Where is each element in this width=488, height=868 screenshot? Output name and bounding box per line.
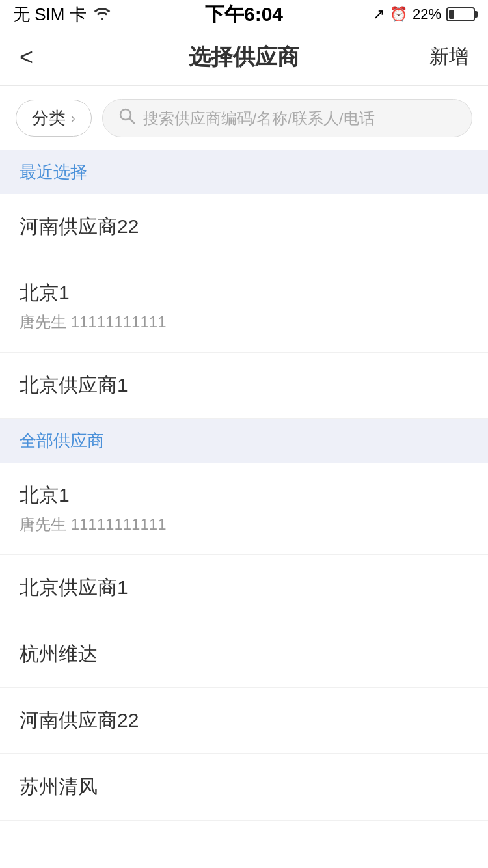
wifi-icon	[93, 5, 111, 25]
item-name: 河南供应商22	[20, 707, 468, 734]
battery-fill	[449, 10, 454, 19]
recent-section-header: 最近选择	[0, 150, 488, 194]
chevron-right-icon: ›	[71, 111, 75, 126]
search-placeholder: 搜索供应商编码/名称/联系人/电话	[143, 108, 375, 129]
filter-bar: 分类 › 搜索供应商编码/名称/联系人/电话	[0, 86, 488, 150]
item-name: 北京供应商1	[20, 372, 468, 399]
status-right: ↗ ⏰ 22%	[373, 6, 475, 23]
recent-items-list: 河南供应商22北京1唐先生 11111111111北京供应商1	[0, 194, 488, 419]
all-section-title: 全部供应商	[20, 431, 104, 450]
alarm-icon: ⏰	[390, 6, 407, 23]
all-section-header: 全部供应商	[0, 419, 488, 463]
item-name: 北京1	[20, 482, 468, 509]
svg-line-1	[129, 118, 134, 123]
category-filter-button[interactable]: 分类 ›	[16, 100, 92, 137]
status-bar: 无 SIM 卡 下午6:04 ↗ ⏰ 22%	[0, 0, 488, 29]
add-new-button[interactable]: 新增	[429, 44, 468, 70]
item-sub: 唐先生 11111111111	[20, 514, 468, 535]
time-display: 下午6:04	[205, 1, 283, 28]
back-button[interactable]: <	[20, 44, 59, 71]
list-item[interactable]: 北京1唐先生 11111111111	[0, 463, 488, 555]
item-name: 北京1	[20, 280, 468, 306]
battery-percentage: 22%	[413, 6, 441, 23]
item-name: 河南供应商22	[20, 213, 468, 240]
list-item[interactable]: 河南供应商22	[0, 194, 488, 260]
search-icon	[118, 107, 135, 129]
nav-bar: < 选择供应商 新增	[0, 29, 488, 86]
list-item[interactable]: 北京1唐先生 11111111111	[0, 260, 488, 353]
list-item[interactable]: 北京供应商1	[0, 555, 488, 621]
item-name: 杭州维达	[20, 641, 468, 668]
location-icon: ↗	[373, 6, 385, 23]
search-box[interactable]: 搜索供应商编码/名称/联系人/电话	[102, 99, 472, 137]
item-name: 北京供应商1	[20, 575, 468, 601]
item-name: 苏州清风	[20, 774, 468, 800]
item-sub: 唐先生 11111111111	[20, 312, 468, 332]
list-item[interactable]: 河南供应商22	[0, 688, 488, 754]
battery-icon	[446, 7, 475, 21]
category-label: 分类	[32, 107, 66, 129]
recent-section-title: 最近选择	[20, 162, 87, 182]
page-title: 选择供应商	[189, 42, 299, 72]
carrier-text: 无 SIM 卡	[13, 3, 87, 26]
status-left: 无 SIM 卡	[13, 3, 111, 26]
all-items-list: 北京1唐先生 11111111111北京供应商1杭州维达河南供应商22苏州清风	[0, 463, 488, 821]
list-item[interactable]: 杭州维达	[0, 621, 488, 688]
list-item[interactable]: 苏州清风	[0, 754, 488, 821]
list-item[interactable]: 北京供应商1	[0, 353, 488, 419]
